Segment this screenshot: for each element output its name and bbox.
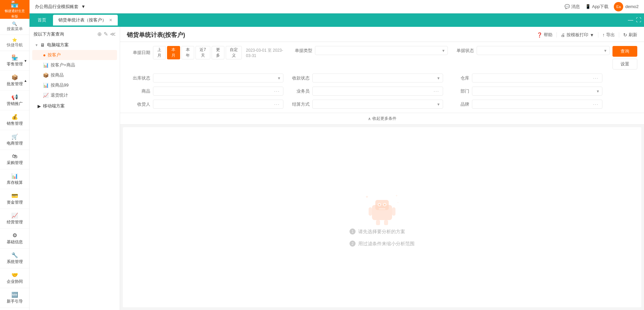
collapse-bar[interactable]: ∧ 收起更多条件: [120, 113, 644, 124]
right-panel: 销货单统计表(按客户) ❓ 帮助 🖨 按模板打印 ▼ ↑: [120, 27, 644, 310]
scheme-item-label: 按商品: [51, 72, 64, 78]
goods-icon: 📦: [43, 72, 49, 78]
sidebar-item-purchase[interactable]: 🛍 采购管理: [0, 150, 29, 169]
phone-icon: 📱: [585, 4, 591, 9]
query-button[interactable]: 查询: [612, 46, 637, 57]
department-select[interactable]: [472, 87, 602, 96]
sidebar-item-operation[interactable]: 📈 经营管理: [0, 209, 29, 229]
date-btn-last-month[interactable]: 上月: [153, 46, 166, 59]
sidebar-item-label: 电商管理: [7, 141, 23, 146]
sidebar-item-app-center[interactable]: 📱 应用中心: [0, 308, 29, 310]
stock-status-label: 出库状态: [127, 75, 150, 81]
tab-close-icon[interactable]: ✕: [109, 18, 112, 22]
template-print-button[interactable]: 🖨 按模板打印 ▼: [561, 32, 594, 38]
sidebar-item-basic[interactable]: ⚙ 基础信息: [0, 229, 29, 249]
tab-maximize-button[interactable]: ⛶: [636, 17, 641, 23]
page-title: 销货单统计表(按客户): [127, 31, 185, 39]
sidebar-item-inventory[interactable]: 📊 库存核算: [0, 169, 29, 189]
inventory-icon: 📊: [1, 173, 28, 179]
scheme-item-label: 按商品99: [51, 82, 68, 88]
svg-point-4: [379, 204, 380, 205]
sidebar-item-finance[interactable]: 💳 资金管理: [0, 189, 29, 209]
mobile-group-header[interactable]: ▶ 移动端方案: [32, 102, 117, 110]
date-btn-this-year[interactable]: 本年: [181, 46, 194, 59]
collapse-panel-button[interactable]: ≪: [110, 31, 116, 37]
header-actions: 💬 消息 📱 App下载 Ea demo2: [565, 2, 639, 11]
date-picker-group: 上月 本月 本年 近7天 更多 自定义 2023-03-01 至 2023-03…: [153, 46, 286, 59]
order-type-select[interactable]: [315, 46, 448, 55]
finance-icon: 💳: [1, 193, 28, 199]
help-button[interactable]: ❓ 帮助: [537, 32, 552, 38]
tab-sales-stat[interactable]: 销货单统计表（按客户） ✕: [53, 15, 118, 25]
scheme-item-by-customer[interactable]: ● 按客户: [32, 50, 117, 60]
main-area: 办公用品行业模拟账套 ▼ 💬 消息 📱 App下载 Ea demo2 首页: [30, 0, 644, 310]
app-download-button[interactable]: 📱 App下载: [585, 4, 608, 10]
help-label: 帮助: [544, 32, 552, 38]
date-btn-custom[interactable]: 自定义: [226, 46, 242, 59]
date-btn-last7[interactable]: 近7天: [196, 46, 210, 59]
export-icon: ↑: [602, 32, 605, 38]
brand-picker[interactable]: ···: [472, 100, 602, 109]
sidebar-item-system[interactable]: 🔧 系统管理: [0, 249, 29, 268]
sidebar-item-search-menu[interactable]: 🔍 搜索菜单: [0, 19, 29, 35]
tab-home[interactable]: 首页: [32, 15, 52, 25]
export-button[interactable]: ↑ 导出: [602, 32, 615, 38]
sidebar-item-sales[interactable]: 💰 销售管理: [0, 110, 29, 130]
scheme-item-by-goods-99[interactable]: 📊 按商品99: [32, 80, 117, 90]
tab-minimize-button[interactable]: —: [628, 17, 633, 23]
receiver-picker[interactable]: ···: [153, 100, 283, 109]
help-icon: ❓: [537, 32, 542, 38]
logo[interactable]: 🏪 畅捷通好生意 标版: [0, 0, 30, 19]
empty-hint-1: 1 请先选择要分析的方案: [350, 227, 415, 236]
date-range-text: 2023-03-01 至 2023-03-31: [246, 48, 286, 58]
newbie-icon: 🆕: [1, 292, 28, 298]
scheme-item-return-stat[interactable]: 📈 退货统计: [32, 90, 117, 100]
scheme-tree: ▼ 🖥 电脑端方案 ● 按客户 📊 按客户+商品 📦 按商品: [30, 40, 120, 112]
message-button[interactable]: 💬 消息: [565, 4, 580, 10]
settlement-select[interactable]: [312, 100, 443, 109]
order-status-select[interactable]: [477, 46, 610, 55]
edit-scheme-button[interactable]: ✎: [104, 31, 108, 37]
sidebar-item-enterprise[interactable]: 🤝 企业协同: [0, 268, 29, 288]
svg-text:✦: ✦: [397, 202, 399, 204]
empty-state: ✦ ✦ ✦ 1 请先选择要分析的方案 2 用过滤条件来缩小分析范围: [123, 127, 641, 307]
payment-status-select[interactable]: [312, 73, 443, 83]
settings-button[interactable]: 设置: [612, 59, 637, 69]
top-header: 办公用品行业模拟账套 ▼ 💬 消息 📱 App下载 Ea demo2: [30, 0, 644, 13]
refresh-button[interactable]: ↻ 刷新: [623, 32, 637, 38]
svg-rect-7: [369, 207, 372, 216]
receiver-dots-icon: ···: [274, 102, 280, 107]
goods-picker[interactable]: ···: [153, 87, 283, 96]
order-status-label: 单据状态: [450, 48, 474, 54]
sidebar-item-wholesale[interactable]: 📦 批发管理 ▲: [0, 71, 29, 91]
sidebar-item-newbie[interactable]: 🆕 新手引导: [0, 288, 29, 308]
svg-point-5: [384, 204, 386, 205]
left-panel-actions: ⊕ ✎ ≪: [97, 31, 116, 37]
scheme-item-by-goods[interactable]: 📦 按商品: [32, 70, 117, 80]
sidebar-item-label: 零售管理: [7, 62, 23, 66]
marketing-icon: 📢: [1, 94, 28, 100]
stock-status-select[interactable]: [153, 73, 283, 83]
date-btn-more[interactable]: 更多: [212, 46, 224, 59]
sales-icon: 💰: [1, 114, 28, 120]
goods-dots-icon: ···: [274, 89, 280, 94]
sidebar-item-ecommerce[interactable]: 🛒 电商管理: [0, 130, 29, 150]
ecommerce-icon: 🛒: [1, 134, 28, 140]
salesman-picker[interactable]: ···: [312, 87, 443, 96]
brand-dots-icon: ···: [593, 102, 599, 107]
add-scheme-button[interactable]: ⊕: [97, 31, 102, 37]
search-icon: 🔍: [12, 21, 17, 26]
desktop-group-label: 电脑端方案: [47, 42, 69, 48]
sidebar-item-quick-nav[interactable]: ⭐ 快捷导航: [0, 35, 29, 51]
empty-illustration: ✦ ✦ ✦: [362, 187, 402, 227]
scheme-item-by-customer-goods[interactable]: 📊 按客户+商品: [32, 60, 117, 70]
date-btn-this-month[interactable]: 本月: [167, 46, 180, 59]
sidebar-item-retail[interactable]: 🏪 零售管理 ▼: [0, 51, 29, 71]
desktop-group-header[interactable]: ▼ 🖥 电脑端方案: [32, 40, 117, 50]
tree-expand-icon2: ▶: [38, 104, 41, 109]
warehouse-picker[interactable]: ···: [472, 73, 602, 83]
sidebar: 🏪 畅捷通好生意 标版 🔍 搜索菜单 ⭐ 快捷导航 🏪 零售管理 ▼ 📦 批发管…: [0, 0, 30, 310]
sidebar-item-marketing[interactable]: 📢 营销推广: [0, 91, 29, 110]
user-profile[interactable]: Ea demo2: [614, 2, 639, 11]
hint-num-2: 2: [350, 241, 356, 247]
